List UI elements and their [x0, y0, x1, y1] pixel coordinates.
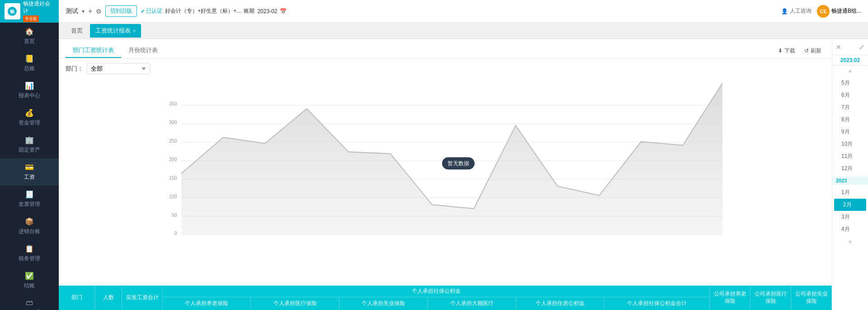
up-arrow-icon: ▲: [848, 67, 853, 74]
app-name: 畅捷通好会计: [23, 0, 54, 14]
month-2022-5[interactable]: 5月: [832, 77, 868, 89]
tab-close-button[interactable]: ×: [133, 28, 136, 33]
date-panel-header: ✕ ⤢: [832, 39, 868, 55]
year-2023-label[interactable]: 2023: [832, 176, 868, 185]
svg-text:300: 300: [169, 119, 177, 125]
refresh-icon: ↺: [804, 48, 809, 54]
certified-tag: ✔ 已认证: [141, 7, 162, 15]
app-badge: 专业版: [23, 15, 39, 22]
sidebar-item-ledger[interactable]: 📒 总账: [0, 50, 59, 77]
month-2023-2[interactable]: 2月: [834, 199, 866, 211]
refresh-button[interactable]: ↺ 刷新: [801, 45, 825, 57]
th-company-unemployment: 公司承担失业保险: [791, 286, 832, 310]
sidebar-label-settle: 结账: [24, 282, 35, 290]
svg-text:200: 200: [169, 157, 177, 162]
th-personal-pension: 个人承担养老保险: [163, 297, 251, 310]
month-2022-8[interactable]: 8月: [832, 114, 868, 126]
month-2022-10[interactable]: 10月: [832, 138, 868, 150]
sidebar-item-funds[interactable]: 💰 资金管理: [0, 104, 59, 131]
svg-text:150: 150: [169, 175, 177, 181]
sidebar-label-funds: 资金管理: [19, 119, 40, 127]
sidebar-label-reports: 报表中心: [19, 92, 40, 100]
th-salary-total: 应发工资合计: [122, 286, 163, 310]
header-right: 👤 人工咨询 CE 畅捷通B组...: [781, 5, 861, 18]
month-2022-6[interactable]: 6月: [832, 89, 868, 101]
svg-text:100: 100: [169, 194, 177, 199]
sidebar-item-settle[interactable]: ✅ 结账: [0, 267, 59, 294]
sub-tab-month-stats[interactable]: 月份统计表: [121, 43, 165, 58]
date-panel: ✕ ⤢ 2023.02 ▲ 5月 6月 7月 8月 9月 10月 11月 12月: [832, 39, 868, 310]
sidebar-item-invoice[interactable]: 🧾 发票管理: [0, 186, 59, 213]
add-company-button[interactable]: +: [88, 7, 92, 15]
service-button[interactable]: 👤 人工咨询: [781, 7, 811, 15]
sidebar: 畅 畅捷通好会计 专业版 🏠 首页 📒 总账 📊 报表中心 💰 资金管理 🏢 固…: [0, 0, 59, 310]
tab-home[interactable]: 首页: [66, 24, 88, 38]
year-2023-section: 1月 2月 3月 4月: [832, 185, 868, 237]
th-personal-total: 个人承担社保公积金合计: [604, 297, 710, 310]
month-2022-11[interactable]: 11月: [832, 150, 868, 162]
period-value[interactable]: 2023-02: [257, 8, 277, 14]
month-2023-3[interactable]: 3月: [832, 211, 868, 223]
sidebar-label-invoice: 发票管理: [19, 200, 40, 208]
switch-old-version-button[interactable]: 切到旧版: [105, 5, 137, 17]
down-arrow-icon: ▼: [848, 239, 853, 245]
month-2023-4[interactable]: 4月: [832, 223, 868, 235]
funds-icon: 💰: [25, 109, 34, 117]
th-personal-major-medical: 个人承担大额医疗: [428, 297, 516, 310]
main-content: 测试 ▾ + ⚙ 切到旧版 ✔ 已认证 好会计（专）+好生意（标）+... 账期…: [59, 0, 868, 310]
download-button[interactable]: ⬇ 下载: [774, 45, 799, 57]
th-company-medical: 公司承担医疗保险: [750, 286, 791, 310]
company-settings-button[interactable]: ⚙: [96, 8, 102, 15]
tab-home-label: 首页: [71, 27, 83, 35]
user-menu[interactable]: CE 畅捷通B组...: [817, 5, 861, 18]
user-name: 畅捷通B组...: [831, 7, 861, 15]
svg-text:畅: 畅: [10, 9, 14, 14]
sidebar-label-salary: 工资: [24, 173, 35, 181]
main-panel: 部门工资统计表 月份统计表 ⬇ 下载 ↺ 刷新 部门： 全部: [59, 39, 832, 310]
reports-icon: 📊: [25, 81, 34, 90]
sub-tabs: 部门工资统计表 月份统计表 ⬇ 下载 ↺ 刷新: [59, 39, 832, 58]
sidebar-label-ledger: 总账: [24, 65, 35, 72]
date-panel-close-button[interactable]: ✕: [836, 43, 841, 51]
dept-toolbar: 部门： 全部 行政部 技术部 销售部: [59, 58, 832, 79]
date-scroll-up[interactable]: ▲: [832, 66, 868, 75]
settle-icon: ✅: [25, 272, 34, 280]
sidebar-label-tax: 税务管理: [19, 255, 40, 262]
month-2022-9[interactable]: 9月: [832, 126, 868, 138]
month-2022-7[interactable]: 7月: [832, 101, 868, 114]
sidebar-label-purchase: 进销台账: [19, 228, 40, 235]
dept-filter-label: 部门：: [66, 65, 83, 73]
sidebar-item-assets[interactable]: 🏢 固定资产: [0, 131, 59, 158]
app-logo: 畅 畅捷通好会计 专业版: [0, 0, 59, 23]
sidebar-item-tax[interactable]: 📋 税务管理: [0, 240, 59, 267]
month-2022-12[interactable]: 12月: [832, 162, 868, 175]
date-panel-expand-button[interactable]: ⤢: [859, 43, 864, 51]
calendar-icon[interactable]: 📅: [280, 8, 287, 14]
company-dropdown[interactable]: ▾: [82, 8, 85, 14]
sidebar-item-archive[interactable]: 🗃 归档管理: [0, 294, 59, 310]
sidebar-item-salary[interactable]: 💳 工资: [0, 158, 59, 186]
date-scroll-down[interactable]: ▼: [832, 237, 868, 247]
chart-container: 0 50 100 150 200 250 300 350: [66, 79, 825, 242]
tab-salary-report[interactable]: 工资统计报表 ×: [90, 24, 141, 38]
product-tags: 好会计（专）+好生意（标）+...: [165, 7, 241, 15]
th-dept: 部门: [59, 286, 95, 310]
table-header: 部门 人数 应发工资合计 个人承担社保公积金 个人承担养老保险: [59, 286, 832, 310]
ledger-icon: 📒: [25, 54, 34, 63]
tax-icon: 📋: [25, 244, 34, 253]
content-area: 部门工资统计表 月份统计表 ⬇ 下载 ↺ 刷新 部门： 全部: [59, 39, 868, 310]
svg-text:250: 250: [169, 138, 177, 143]
assets-icon: 🏢: [25, 136, 34, 144]
month-2023-1[interactable]: 1月: [832, 186, 868, 199]
sidebar-item-purchase[interactable]: 📦 进销台账: [0, 213, 59, 240]
sidebar-item-home[interactable]: 🏠 首页: [0, 23, 59, 50]
archive-icon: 🗃: [26, 299, 33, 307]
company-name: 测试: [66, 7, 78, 15]
header-tags: ✔ 已认证 好会计（专）+好生意（标）+... 账期 2023-02 📅: [141, 7, 778, 15]
dept-filter: 部门： 全部 行政部 技术部 销售部: [66, 63, 150, 74]
sidebar-item-reports[interactable]: 📊 报表中心: [0, 77, 59, 104]
th-personal-medical: 个人承担医疗保险: [251, 297, 339, 310]
th-count: 人数: [95, 286, 122, 310]
sub-tab-dept-stats[interactable]: 部门工资统计表: [66, 43, 121, 58]
dept-select[interactable]: 全部 行政部 技术部 销售部: [87, 63, 150, 74]
